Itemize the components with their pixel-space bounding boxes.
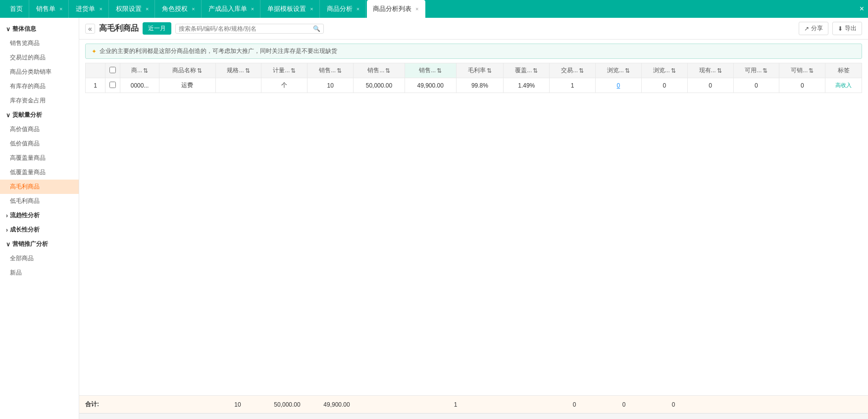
col-code[interactable]: 商...⇅	[120, 63, 159, 78]
col-views1[interactable]: 浏览...⇅	[596, 63, 642, 78]
sort-icon10: ⇅	[579, 67, 584, 74]
footer-summary: 合计: 10 50,000.00 49,900.00 1 0 0 0	[79, 395, 868, 413]
tab-purchase[interactable]: 进货单 ×	[70, 0, 108, 18]
sidebar-item-high-value[interactable]: 高价值商品	[0, 122, 79, 137]
sidebar-item-low-coverage[interactable]: 低覆盖量商品	[0, 165, 79, 180]
data-table: 商...⇅ 商品名称⇅ 规格...⇅ 计量...⇅ 销售...⇅	[85, 63, 862, 93]
col-gross-margin[interactable]: 毛利率⇅	[456, 63, 504, 78]
collapse-sidebar-button[interactable]: «	[85, 24, 95, 34]
share-button[interactable]: ↗ 分享	[799, 22, 828, 35]
sidebar-item-category-rate[interactable]: 商品分类助销率	[0, 65, 79, 79]
close-tab-product-analysis[interactable]: ×	[357, 6, 359, 12]
col-sales-cost[interactable]: 销售...⇅	[405, 63, 456, 78]
sidebar: ∨ 整体信息 销售览商品 交易过的商品 商品分类助销率 有库存的商品 库存资金占…	[0, 18, 79, 419]
sidebar-item-low-margin[interactable]: 低毛利商品	[0, 194, 79, 208]
table-row: 1 0000... 运费 个 10 50,000.00 49,900.00 99…	[86, 78, 862, 93]
sidebar-item-traded[interactable]: 交易过的商品	[0, 50, 79, 65]
data-table-container: 商...⇅ 商品名称⇅ 规格...⇅ 计量...⇅ 销售...⇅	[79, 63, 868, 395]
main-layout: ∨ 整体信息 销售览商品 交易过的商品 商品分类助销率 有库存的商品 库存资金占…	[0, 18, 868, 419]
footer-label: 合计:	[85, 400, 99, 409]
sort-icon8: ⇅	[487, 67, 492, 74]
cell-views1[interactable]: 0	[596, 78, 642, 93]
page-title: 高毛利商品	[99, 23, 139, 34]
close-tab-purchase[interactable]: ×	[99, 6, 102, 12]
table-header-row: 商...⇅ 商品名称⇅ 规格...⇅ 计量...⇅ 销售...⇅	[86, 63, 862, 78]
sidebar-item-all-products[interactable]: 全部商品	[0, 251, 79, 266]
export-button[interactable]: ⬇ 导出	[832, 22, 862, 35]
sort-icon9: ⇅	[533, 67, 538, 74]
sidebar-group-growth[interactable]: › 成长性分析	[0, 223, 79, 237]
close-all-tabs[interactable]: ×	[860, 4, 864, 13]
select-all-checkbox[interactable]	[109, 67, 116, 73]
sidebar-item-low-value[interactable]: 低价值商品	[0, 137, 79, 151]
horizontal-scrollbar[interactable]	[79, 413, 868, 419]
sort-icon13: ⇅	[717, 67, 722, 74]
sidebar-item-stock-funds[interactable]: 库存资金占用	[0, 93, 79, 108]
col-views2[interactable]: 浏览...⇅	[641, 63, 687, 78]
content-header: « 高毛利商品 近一月 🔍 ↗ 分享 ⬇ 导出	[79, 18, 868, 40]
sort-icon12: ⇅	[671, 67, 676, 74]
col-name[interactable]: 商品名称⇅	[159, 63, 215, 78]
footer-stock2: 0	[654, 401, 693, 408]
cell-sales-qty: 10	[307, 78, 354, 93]
sidebar-group-marketing[interactable]: ∨ 营销推广分析	[0, 237, 79, 251]
cell-code: 0000...	[120, 78, 159, 93]
sidebar-item-in-stock[interactable]: 有库存的商品	[0, 79, 79, 93]
sidebar-item-high-coverage[interactable]: 高覆盖量商品	[0, 151, 79, 165]
sort-icon6: ⇅	[385, 67, 390, 74]
footer-transactions: 1	[436, 401, 475, 408]
col-unit[interactable]: 计量...⇅	[261, 63, 307, 78]
col-transactions[interactable]: 交易...⇅	[550, 63, 596, 78]
sidebar-group-overall[interactable]: ∨ 整体信息	[0, 22, 79, 36]
close-tab-roles[interactable]: ×	[192, 6, 195, 12]
close-tab-sales[interactable]: ×	[59, 6, 62, 12]
tab-sales[interactable]: 销售单 ×	[30, 0, 69, 18]
col-stock-available[interactable]: 可用...⇅	[733, 63, 779, 78]
chevron-down-icon3: ∨	[6, 241, 10, 248]
cell-seq: 1	[86, 78, 105, 93]
cell-tag: 高收入	[825, 78, 862, 93]
sidebar-item-new-products[interactable]: 新品	[0, 266, 79, 280]
col-spec[interactable]: 规格...⇅	[215, 63, 261, 78]
footer-sales-amount: 50,000.00	[267, 401, 307, 408]
tab-home[interactable]: 首页	[4, 0, 29, 18]
sidebar-group-flow[interactable]: › 流趋性分析	[0, 208, 79, 223]
cell-stock-saleable: 0	[779, 78, 825, 93]
close-tab-production[interactable]: ×	[251, 6, 254, 12]
footer-sales-cost: 49,900.00	[317, 401, 357, 408]
close-tab-product-analysis-list[interactable]: ×	[415, 6, 418, 12]
close-tab-template[interactable]: ×	[310, 6, 313, 12]
col-checkbox[interactable]	[105, 63, 120, 78]
footer-sales-qty: 10	[218, 401, 257, 408]
search-container: 🔍	[175, 24, 324, 34]
col-stock-saleable[interactable]: 可销...⇅	[779, 63, 825, 78]
sidebar-group-contribution[interactable]: ∨ 贡献量分析	[0, 108, 79, 122]
sort-icon3: ⇅	[245, 67, 250, 74]
tab-roles[interactable]: 角色授权 ×	[156, 0, 201, 18]
top-navigation: 首页 销售单 × 进货单 × 权限设置 × 角色授权 × 产成品入库单 × 单据…	[0, 0, 868, 18]
close-tab-permissions[interactable]: ×	[146, 6, 149, 12]
tab-production[interactable]: 产成品入库单 ×	[203, 0, 260, 18]
search-input[interactable]	[179, 25, 311, 32]
filter-recent-month[interactable]: 近一月	[143, 22, 171, 35]
cell-checkbox[interactable]	[105, 78, 120, 93]
tab-product-analysis-list[interactable]: 商品分析列表 ×	[367, 0, 425, 18]
cell-unit: 个	[261, 78, 307, 93]
cell-coverage: 1.49%	[504, 78, 550, 93]
sort-icon5: ⇅	[337, 67, 342, 74]
search-icon[interactable]: 🔍	[313, 25, 320, 32]
row-checkbox[interactable]	[109, 82, 116, 88]
tab-template[interactable]: 单据模板设置 ×	[261, 0, 319, 18]
cell-stock-current: 0	[687, 78, 733, 93]
sidebar-item-high-margin[interactable]: 高毛利商品	[0, 180, 79, 194]
col-stock-current[interactable]: 现有...⇅	[687, 63, 733, 78]
tab-product-analysis[interactable]: 商品分析 ×	[321, 0, 366, 18]
col-coverage[interactable]: 覆盖...⇅	[504, 63, 550, 78]
chevron-right-icon: ›	[6, 212, 8, 219]
sidebar-item-top-sales[interactable]: 销售览商品	[0, 36, 79, 50]
col-sales-amount[interactable]: 销售...⇅	[354, 63, 405, 78]
tab-permissions[interactable]: 权限设置 ×	[110, 0, 155, 18]
col-sales-qty[interactable]: 销售...⇅	[307, 63, 354, 78]
cell-transactions: 1	[550, 78, 596, 93]
cell-views2: 0	[641, 78, 687, 93]
